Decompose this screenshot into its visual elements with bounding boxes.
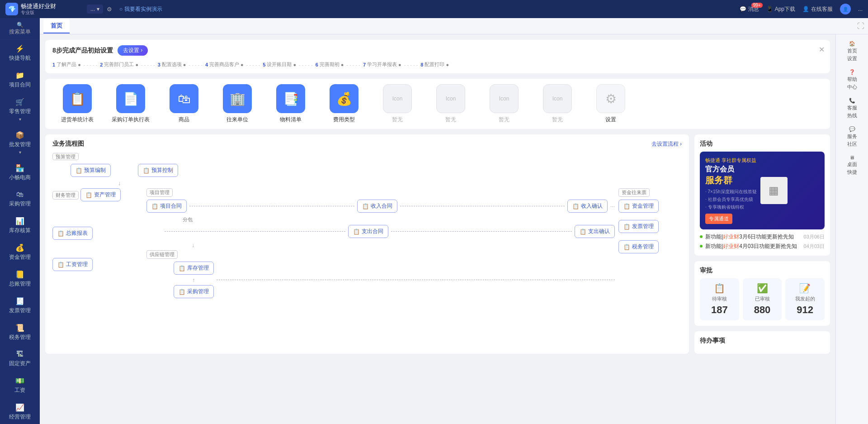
settings-icon: ⚙ (596, 84, 625, 113)
user-icon: 👤 (843, 7, 848, 12)
banner-badge: 畅捷通 享社群专属权益 (705, 157, 757, 164)
activity-date-2: 04月03日 (804, 243, 825, 250)
node-project[interactable]: 📋 项目合同 (146, 200, 187, 213)
node-purchase[interactable]: 📋 采购管理 (174, 285, 214, 298)
node-budget-make[interactable]: 📋 预算编制 (71, 164, 111, 177)
approval-card-approved[interactable]: ✅ 已审核 880 (743, 278, 782, 320)
settings-icon-btn[interactable]: ⚙ (107, 6, 112, 13)
dot-icon-2 (700, 245, 703, 248)
header-right: 💬 消息 99+ 📱 App下载 👤 在线客服 👤 ... (740, 4, 863, 14)
content-plus-right: 8步完成产品初始设置 去设置 › ✕ 1 了解产品 ● - - - - - 2 (40, 34, 868, 424)
initiated-count: 912 (788, 304, 822, 316)
ecommerce-icon: 🏪 (15, 164, 24, 172)
approval-card-pending[interactable]: 📋 待审核 187 (700, 278, 739, 320)
banner-btn[interactable]: 专属通道 (705, 214, 732, 224)
finance-area: 财务管理 📋 资产管理 📋 总账报表 (52, 188, 143, 298)
sidebar-search[interactable]: 🔍 搜索菜单 (0, 18, 40, 40)
approved-count: 880 (745, 304, 779, 316)
step-2: 2 完善部门员工 ● (100, 61, 138, 68)
empty4-icon: Icon (543, 84, 572, 113)
activity-item-1[interactable]: 新功能|好业财3月6日功能更新抢先知 03月06日 (700, 233, 825, 241)
icon-goods[interactable]: 🛍 商品 (159, 84, 209, 124)
company-selector[interactable]: ... ▾ (87, 5, 103, 14)
message-icon: 💬 (740, 6, 746, 12)
flow-settings-link[interactable]: 去设置流程 › (651, 140, 682, 148)
icon-empty-3[interactable]: Icon 暂无 (479, 84, 529, 124)
approved-label: 已审核 (745, 295, 779, 302)
node-total-report[interactable]: 📋 总账报表 (52, 227, 93, 240)
right-panel-home-settings[interactable]: 🏠 首页 设置 (845, 38, 859, 65)
node-spend-confirm[interactable]: 📋 支出确认 (575, 225, 615, 238)
icon-empty-4[interactable]: Icon 暂无 (533, 84, 582, 124)
approval-title: 审批 (700, 267, 825, 275)
icon-expense-type[interactable]: 💰 费用类型 (319, 84, 369, 124)
icon-grid: 📋 进货单统计表 📄 采购订单执行表 🛍 商品 🏢 (52, 84, 823, 124)
sidebar-item-accounting[interactable]: 📒 总账管理 (0, 266, 40, 292)
company-name: ... (90, 6, 95, 12)
online-service-btn[interactable]: 👤 在线客服 (802, 5, 833, 13)
dot-icon-1 (700, 235, 703, 238)
sidebar-item-capital[interactable]: 💰 资金管理 (0, 239, 40, 266)
icon-purchase-stats[interactable]: 📋 进货单统计表 (52, 84, 102, 124)
icon-empty-1[interactable]: Icon 暂无 (373, 84, 422, 124)
setup-btn[interactable]: 去设置 › (118, 45, 148, 56)
right-flow-col: 资金往来票 📋 资金管理 📋 发票管理 (618, 188, 682, 298)
banner-features: · 7×15h深度顾问在线答疑· 社群会员专享高优先级· 专享嗨购省钱特权 (705, 188, 757, 211)
icon-po-exec[interactable]: 📄 采购订单执行表 (106, 84, 156, 124)
desktop-icon: 🖥 (849, 155, 854, 160)
right-panel-community[interactable]: 💬 服务 社区 (845, 124, 859, 150)
right-panel-help[interactable]: ❓ 帮助 中心 (845, 67, 859, 93)
budget-make-icon: 📋 (75, 167, 82, 174)
sidebar-item-retail[interactable]: 🛒 零售管理 ▾ (0, 93, 40, 126)
sidebar-item-invoice[interactable]: 🧾 发票管理 (0, 292, 40, 319)
icon-settings[interactable]: ⚙ 设置 (586, 84, 636, 124)
capital-icon: 💰 (15, 243, 24, 252)
sidebar-item-ecommerce[interactable]: 🏪 小畅电商 (0, 159, 40, 186)
total-report-icon: 📋 (57, 230, 64, 237)
app-download-btn[interactable]: 📱 App下载 (766, 5, 795, 13)
step-6: 6 完善期初 ● (316, 61, 344, 68)
sidebar-item-wholesale[interactable]: 📦 批发管理 ▾ (0, 126, 40, 159)
sidebar-item-quicknav[interactable]: ⚡ 快捷导航 (0, 40, 40, 67)
setup-section: 8步完成产品初始设置 去设置 › ✕ 1 了解产品 ● - - - - - 2 (45, 40, 830, 73)
step-8: 8 配置打印 ● (420, 61, 449, 68)
node-income-confirm[interactable]: 📋 收入确认 (567, 200, 608, 213)
node-income-contract[interactable]: 📋 收入合同 (357, 200, 397, 213)
sidebar-item-project[interactable]: 📁 项目合同 (0, 67, 40, 93)
sidebar-item-operations[interactable]: 📈 经营管理 (0, 399, 40, 424)
setup-close-btn[interactable]: ✕ (819, 45, 825, 54)
user-avatar[interactable]: 👤 (840, 4, 851, 14)
tab-expand-btn[interactable]: ⛶ (857, 22, 864, 30)
sidebar-item-fixed-assets[interactable]: 🏗 固定资产 (0, 346, 40, 372)
node-invoice[interactable]: 📋 发票管理 (618, 220, 659, 233)
sidebar-item-purchase[interactable]: 🛍 采购管理 (0, 186, 40, 212)
node-spend-contract[interactable]: 📋 支出合同 (348, 225, 388, 238)
node-tax[interactable]: 📋 税务管理 (618, 240, 659, 253)
sidebar-item-tax[interactable]: 📜 税务管理 (0, 319, 40, 346)
icon-unit[interactable]: 🏢 往来单位 (212, 84, 262, 124)
purchase-icon2: 📋 (179, 289, 185, 295)
tab-bar: 首页 ⛶ (40, 18, 868, 34)
tab-home[interactable]: 首页 (43, 19, 70, 33)
expense-type-icon: 💰 (330, 84, 359, 113)
node-asset[interactable]: 📋 资产管理 (80, 188, 121, 201)
right-panel-service[interactable]: 📞 客服 热线 (845, 95, 859, 122)
sidebar-item-salary[interactable]: 💵 工资 (0, 372, 40, 399)
sidebar-item-inventory[interactable]: 📊 库存核算 (0, 212, 40, 239)
node-capital[interactable]: 📋 资金管理 (618, 200, 659, 213)
icon-empty-2[interactable]: Icon 暂无 (426, 84, 476, 124)
demo-link[interactable]: ○ 我要看实例演示 (119, 5, 162, 13)
node-salary[interactable]: 📋 工资管理 (52, 258, 93, 271)
main-layout: 🔍 搜索菜单 ⚡ 快捷导航 📁 项目合同 🛒 零售管理 ▾ 📦 批发管理 ▾ 🏪… (0, 18, 868, 424)
node-budget-control[interactable]: 📋 预算控制 (138, 164, 178, 177)
activity-text-1: 新功能|好业财3月6日功能更新抢先知 (705, 233, 794, 241)
activity-banner: 畅捷通 享社群专属权益 官方会员服务群 · 7×15h深度顾问在线答疑· 社群会… (700, 152, 825, 229)
messages-btn[interactable]: 💬 消息 99+ (740, 5, 759, 13)
inventory-icon: 📊 (15, 217, 24, 225)
right-panel-desktop[interactable]: 🖥 桌面 快捷 (845, 152, 859, 178)
activity-item-2[interactable]: 新功能|好业财4月03日功能更新抢先知 04月03日 (700, 243, 825, 250)
icon-bom[interactable]: 📑 物料清单 (266, 84, 316, 124)
chevron-down-icon: ▾ (97, 6, 99, 12)
node-inventory[interactable]: 📋 库存管理 (174, 262, 214, 275)
approval-card-initiated[interactable]: 📝 我发起的 912 (785, 278, 825, 320)
